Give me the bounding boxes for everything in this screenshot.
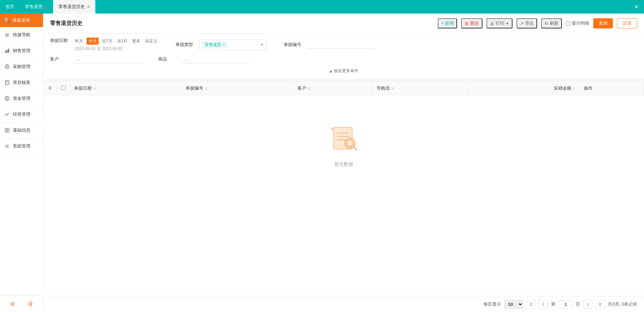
th-settings[interactable]	[43, 82, 57, 95]
date-opt-yesterday[interactable]: 昨天	[74, 38, 85, 45]
delete-button[interactable]: 🗑 删除	[461, 18, 482, 28]
tab-retail-return-close[interactable]: ✕	[45, 5, 48, 9]
svg-rect-7	[7, 128, 9, 130]
th-checkbox[interactable]	[57, 82, 70, 95]
tab-retail-return-history-close[interactable]: ✕	[87, 5, 90, 9]
tab-retail-return-history[interactable]: 零售退货历史 ✕	[53, 0, 95, 14]
amount-sort-icon: ⇅	[573, 87, 575, 90]
data-table: 单据日期 ⇅ 单据编号 ⇅ 客户	[43, 82, 644, 95]
collapse-more-btn[interactable]: ▲ 收起更多条件	[328, 67, 360, 75]
bill-type-select[interactable]: 零售退货 × ▼	[199, 40, 267, 50]
sidebar-item-inventory[interactable]: 库存核算	[0, 75, 43, 91]
audio-bottom-icon[interactable]	[26, 299, 35, 309]
empty-text: 暂无数据	[334, 161, 353, 168]
sidebar-item-purchase-mgmt[interactable]: 采购管理	[0, 59, 43, 75]
date-opt-7days[interactable]: 近7天	[101, 38, 114, 45]
sidebar-item-finance[interactable]: 资金管理	[0, 91, 43, 107]
svg-point-10	[6, 146, 8, 147]
svg-rect-2	[8, 49, 9, 53]
sidebar-item-operations[interactable]: 经营管理	[0, 107, 43, 122]
prev-page-btn[interactable]: ⟨	[539, 300, 548, 309]
svg-line-19	[354, 147, 357, 150]
sidebar-bottom: ⚙	[0, 295, 43, 312]
delete-icon: 🗑	[464, 21, 469, 26]
total-records: 共0页, 0条记录	[608, 301, 637, 307]
th-action: 操作	[580, 82, 644, 95]
tab-bar: 首页 零售退货 ✕ 零售退货历史 ✕	[0, 0, 634, 14]
th-customer[interactable]: 客户 ⇅	[293, 82, 373, 95]
sidebar-item-quick-nav[interactable]: ⊞ 快捷导航	[0, 27, 43, 43]
quick-nav-icon: ⊞	[4, 32, 10, 38]
filter-row-1: 单据日期 昨天 今天 近7天 近1月 更多 自定义 2023-06-02 至 2…	[50, 38, 637, 52]
bill-type-dropdown-icon: ▼	[260, 43, 264, 47]
th-amount[interactable]: 实销金额 ⇅	[468, 82, 580, 95]
customer-sort-icon: ⇅	[308, 87, 310, 90]
next-page-btn[interactable]: ⟩	[583, 300, 592, 309]
bill-type-label: 单据类型	[175, 42, 196, 48]
bill-no-label: 单据编号	[284, 42, 304, 48]
page-number-input[interactable]	[559, 300, 572, 308]
svg-point-12	[49, 87, 51, 89]
display-detail-switch[interactable]: 显示明细	[566, 20, 589, 26]
select-all-checkbox[interactable]	[61, 86, 66, 90]
pagination-bar: 每页显示 50 10 20 100 ⟨⟨ ⟨ 第 页 ⟩ ⟩⟩ 共0页, 0条记…	[43, 296, 644, 312]
last-page-btn[interactable]: ⟩⟩	[596, 300, 604, 309]
sidebar-item-sales-mgmt[interactable]: 销售管理	[0, 43, 43, 59]
date-opt-1month[interactable]: 近1月	[116, 38, 129, 45]
query-button[interactable]: 查询	[593, 18, 613, 28]
guide-sort-icon: ⇅	[391, 87, 394, 90]
top-bar: 首页 零售退货 ✕ 零售退货历史 ✕ ✕	[0, 0, 644, 14]
date-sort-icon: ⇅	[93, 87, 96, 90]
customer-label: 客户	[50, 56, 70, 62]
table-container: 单据日期 ⇅ 单据编号 ⇅ 客户	[43, 82, 644, 296]
export-button[interactable]: ↗ 导出	[517, 18, 537, 28]
toolbar-actions: + 新增 🗑 删除 🖨 打印 ▼ ↗ 导出 ↻ 刷新	[438, 18, 637, 33]
sidebar-search[interactable]: 🔍 搜索菜单	[0, 14, 43, 27]
tab-retail-return[interactable]: 零售退货 ✕	[20, 0, 53, 14]
settings-bottom-icon[interactable]: ⚙	[8, 299, 17, 309]
customer-input[interactable]	[74, 55, 141, 63]
sidebar: 🔍 搜索菜单 ⊞ 快捷导航 销售管理 采购管理	[0, 14, 43, 312]
new-button[interactable]: + 新增	[438, 18, 457, 28]
finance-icon	[4, 95, 10, 102]
empty-state: 暂无数据	[43, 95, 644, 195]
goods-input[interactable]	[182, 55, 249, 63]
th-bill-no[interactable]: 单据编号 ⇅	[182, 82, 293, 95]
sidebar-menu: ⊞ 快捷导航 销售管理 采购管理 库存核算	[0, 27, 43, 295]
date-filter-label: 单据日期	[50, 38, 70, 44]
svg-rect-0	[5, 51, 6, 53]
display-detail-checkbox[interactable]	[566, 21, 570, 26]
bill-no-input[interactable]	[307, 41, 375, 49]
filter-area: 单据日期 昨天 今天 近7天 近1月 更多 自定义 2023-06-02 至 2…	[43, 34, 644, 79]
date-range-value: 2023-06-02 至 2023-06-02	[75, 46, 159, 52]
svg-marker-11	[28, 302, 31, 306]
sidebar-item-system-mgmt[interactable]: 系统管理	[0, 138, 43, 154]
th-guide[interactable]: 导购员 ⇅	[373, 82, 468, 95]
sales-mgmt-icon	[4, 48, 10, 54]
print-dropdown-icon: ▼	[506, 22, 509, 25]
refresh-icon: ↻	[545, 21, 548, 26]
svg-rect-1	[7, 50, 8, 53]
search-icon: 🔍	[4, 17, 10, 23]
filter-row-2: 客户 商品	[50, 55, 637, 63]
settings-button[interactable]: 设置	[617, 18, 637, 28]
page-size-select[interactable]: 50 10 20 100	[504, 300, 523, 309]
print-button[interactable]: 🖨 打印 ▼	[486, 18, 512, 28]
basic-info-icon	[4, 127, 10, 133]
sidebar-item-basic-info[interactable]: 基础信息	[0, 122, 43, 138]
tab-home[interactable]: 首页	[0, 0, 20, 14]
page-header: 零售退货历史 + 新增 🗑 删除 🖨 打印 ▼ ↗ 导出	[43, 14, 644, 34]
export-icon: ↗	[520, 21, 524, 26]
window-close-button[interactable]: ✕	[634, 4, 644, 10]
svg-rect-9	[7, 131, 9, 132]
date-opt-custom[interactable]: 自定义	[144, 38, 159, 45]
svg-rect-8	[5, 131, 7, 132]
content-area: 零售退货历史 + 新增 🗑 删除 🖨 打印 ▼ ↗ 导出	[43, 14, 644, 312]
bill-type-remove[interactable]: ×	[222, 42, 225, 47]
first-page-btn[interactable]: ⟨⟨	[527, 300, 535, 309]
th-date[interactable]: 单据日期 ⇅	[70, 82, 182, 95]
purchase-mgmt-icon	[4, 64, 10, 70]
date-opt-more[interactable]: 更多	[131, 38, 142, 45]
date-opt-today[interactable]: 今天	[87, 38, 99, 45]
refresh-button[interactable]: ↻ 刷新	[541, 18, 562, 28]
